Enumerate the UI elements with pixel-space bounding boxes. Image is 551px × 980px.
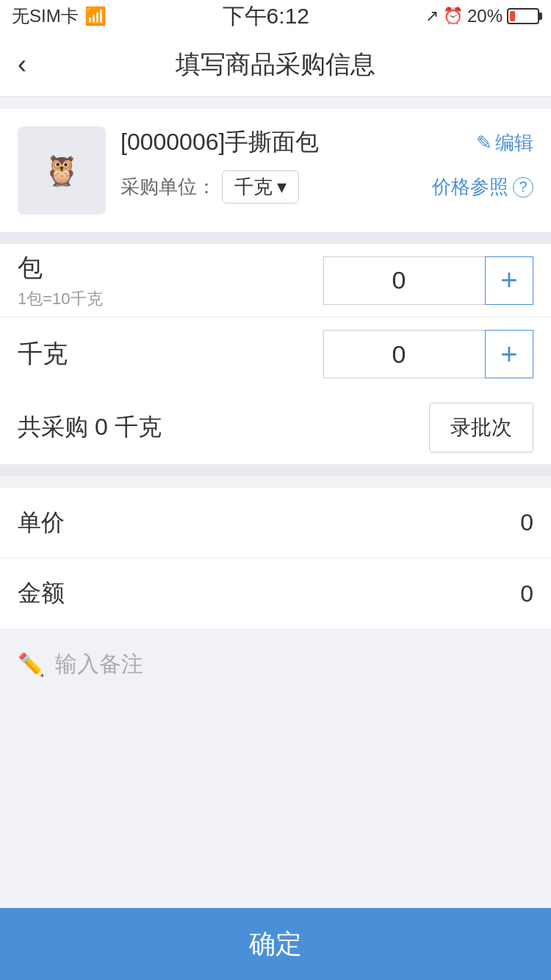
alarm-icon: ⏰ xyxy=(443,7,463,26)
product-info: [0000006]手撕面包 ✎ 编辑 采购单位： 千克 ▾ 价格参照 ? xyxy=(120,126,533,203)
kg-label: 千克 xyxy=(18,337,76,371)
location-icon: ↗ xyxy=(425,7,439,26)
divider-2 xyxy=(0,464,551,476)
pencil-icon: ✏️ xyxy=(18,652,45,677)
battery-percent: 20% xyxy=(467,6,503,26)
info-icon: ? xyxy=(513,177,533,198)
package-plus-button[interactable]: + xyxy=(485,256,533,305)
unit-price-label: 单价 xyxy=(18,507,65,539)
nav-bar: ‹ 填写商品采购信息 xyxy=(0,32,551,97)
status-right: ↗ ⏰ 20% xyxy=(425,6,539,26)
product-title-row: [0000006]手撕面包 ✎ 编辑 xyxy=(120,126,533,159)
total-text: 共采购 0 千克 xyxy=(18,411,162,444)
back-button[interactable]: ‹ xyxy=(18,49,26,80)
unit-value: 千克 xyxy=(234,174,273,200)
package-label-main: 包 xyxy=(18,251,103,285)
battery-fill xyxy=(510,11,515,21)
kg-plus-button[interactable]: + xyxy=(485,330,533,378)
price-section: 单价 0 金额 0 xyxy=(0,488,551,629)
battery-icon xyxy=(507,8,539,24)
page-title: 填写商品采购信息 xyxy=(176,48,375,82)
price-ref-button[interactable]: 价格参照 ? xyxy=(432,174,533,200)
package-row: 包 1包=10千克 + xyxy=(0,244,551,317)
product-card: 🦉 [0000006]手撕面包 ✎ 编辑 采购单位： 千克 ▾ 价格参照 ? xyxy=(0,109,551,232)
batch-button[interactable]: 录批次 xyxy=(429,403,533,453)
unit-price-row: 单价 0 xyxy=(0,488,551,558)
edit-icon: ✎ xyxy=(476,131,492,154)
divider-1 xyxy=(0,232,551,244)
product-image: 🦉 xyxy=(18,126,106,215)
package-input[interactable] xyxy=(323,256,485,305)
kg-input[interactable] xyxy=(323,330,485,378)
total-row: 共采购 0 千克 录批次 xyxy=(0,391,551,464)
purchase-unit-text: 采购单位： xyxy=(120,174,216,200)
package-label: 包 1包=10千克 xyxy=(18,251,103,310)
price-ref-label: 价格参照 xyxy=(432,174,508,200)
wifi-icon: 📶 xyxy=(84,6,107,26)
amount-label: 金额 xyxy=(18,577,65,610)
status-bar: 无SIM卡 📶 下午6:12 ↗ ⏰ 20% xyxy=(0,0,551,32)
edit-button[interactable]: ✎ 编辑 xyxy=(476,130,533,156)
unit-price-value: 0 xyxy=(520,509,533,536)
kg-row: 千克 + xyxy=(0,317,551,391)
edit-label: 编辑 xyxy=(495,130,533,156)
kg-label-main: 千克 xyxy=(18,337,76,371)
total-unit: 千克 xyxy=(115,414,162,440)
confirm-button[interactable]: 确定 xyxy=(0,908,551,980)
quantity-section: 包 1包=10千克 + 千克 + xyxy=(0,244,551,391)
status-time: 下午6:12 xyxy=(223,1,309,32)
remark-section[interactable]: ✏️ 输入备注 xyxy=(0,629,551,700)
total-label: 共采购 xyxy=(18,414,88,440)
product-logo: 🦉 xyxy=(43,156,80,185)
amount-row: 金额 0 xyxy=(0,558,551,629)
package-input-wrap: + xyxy=(323,256,533,305)
purchase-unit-label: 采购单位： 千克 ▾ xyxy=(120,170,299,203)
unit-select[interactable]: 千克 ▾ xyxy=(222,170,299,203)
product-name: [0000006]手撕面包 xyxy=(120,126,319,159)
chevron-down-icon: ▾ xyxy=(277,176,287,198)
package-label-sub: 1包=10千克 xyxy=(18,288,103,310)
total-value: 0 xyxy=(95,414,108,440)
status-left: 无SIM卡 📶 xyxy=(12,4,107,28)
kg-input-wrap: + xyxy=(323,330,533,378)
purchase-unit-row: 采购单位： 千克 ▾ 价格参照 ? xyxy=(120,170,533,203)
carrier-text: 无SIM卡 xyxy=(12,4,79,28)
amount-value: 0 xyxy=(520,580,533,608)
remark-placeholder: 输入备注 xyxy=(55,649,143,680)
empty-space xyxy=(0,700,551,935)
